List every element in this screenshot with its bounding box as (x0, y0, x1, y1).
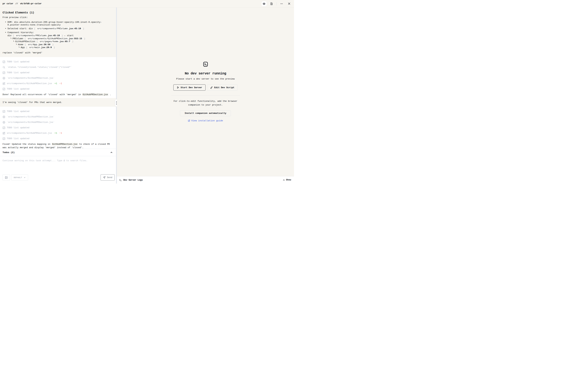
title-bar: pr color//vk/bfd6-pr-color (0, 0, 294, 8)
eye-icon (263, 2, 265, 5)
header-divider (277, 2, 277, 5)
tool-call-row[interactable]: `status.*closed|closed.*status|'closed'|… (3, 65, 113, 70)
assistant-reply: Done! Replaced all occurrences of 'close… (3, 93, 113, 96)
file-path-chip[interactable]: src/components/PRColumn.jsx:45:19 (37, 27, 81, 30)
hierarchy-row: └App ( src/main.jsx:20:9 ) (8, 46, 113, 49)
edit-file-icon (3, 82, 5, 85)
chevron-up-icon (110, 151, 113, 154)
dom-line: DOM: div.absolute.duration-200.group-hov… (3, 21, 113, 26)
start-dev-server-button[interactable]: Start Dev Server (173, 84, 206, 91)
todo-check-icon (3, 110, 5, 113)
tool-call-row[interactable]: `src/components/GitHubPRSection.jsx` (3, 114, 113, 120)
lines-added: +1 (54, 132, 57, 134)
todo-check-icon (3, 126, 5, 129)
attach-image-button[interactable] (3, 174, 10, 181)
send-icon (103, 176, 105, 179)
variant-select[interactable]: DEFAULT (11, 174, 28, 181)
dev-server-empty-state: No dev server running Please start a dev… (117, 8, 294, 176)
preview-toggle-button[interactable] (261, 1, 267, 6)
component-hierarchy: Component hierarchy: div ( src/component… (3, 31, 113, 49)
terminal-prompt-icon (119, 179, 122, 181)
message-input[interactable] (0, 156, 116, 171)
task-name: pr color (3, 2, 13, 5)
install-companion-button[interactable]: Install companion automatically (180, 110, 231, 116)
todo-check-icon (3, 88, 5, 90)
pencil-icon (210, 86, 213, 89)
todo-check-icon (3, 60, 5, 63)
todos-section-header[interactable]: Todos (2) (0, 149, 116, 156)
user-prompt-text: replace 'closed' with 'merged' (3, 51, 113, 54)
file-path-chip[interactable]: src/components/GitHubPRSection.jsx:553:1… (27, 37, 83, 40)
tool-call-row[interactable]: `src/components/GitHubPRSection.jsx` (3, 75, 113, 81)
clicked-intro: From preview click: (3, 16, 113, 19)
empty-state-title: No dev server running (185, 72, 226, 75)
search-icon (3, 66, 5, 69)
dev-server-buttons: Start Dev Server Edit Dev Script (173, 84, 238, 91)
drag-dot (116, 104, 117, 105)
more-options-button[interactable] (279, 1, 284, 6)
hierarchy-row: └GitHubPRSection ( src/pages/home.jsx:65… (8, 40, 113, 43)
hierarchy-row: └PRColumn ( src/components/GitHubPRSecti… (8, 37, 113, 40)
image-icon (5, 176, 8, 179)
installation-guide-link[interactable]: View installation guide (188, 119, 223, 122)
file-name-chip[interactable]: GitHubPRSection.jsx (82, 93, 108, 96)
logs-title: Dev Server Logs (119, 179, 143, 181)
ellipsis-icon (280, 2, 283, 5)
section-divider (171, 95, 240, 96)
tool-call-row[interactable]: TODO list updated (3, 125, 113, 131)
tool-call-row[interactable]: src/components/GitHubPRSection.jsx +1 −1 (3, 131, 113, 136)
file-name-chip[interactable]: GitHubPRSection.jsx (52, 143, 78, 145)
chevron-up-icon (283, 179, 285, 181)
selected-start-line: Selected start: div ( src/components/PRC… (3, 27, 113, 30)
show-logs-button[interactable]: Show (283, 179, 291, 181)
composer: DEFAULT Send (0, 156, 116, 184)
hierarchy-row: └Home ( src/App.jsx:36:50 ) (8, 43, 113, 46)
tool-call-row[interactable]: TODO list updated (3, 136, 113, 141)
tool-call-row[interactable]: src/components/GitHubPRSection.jsx +1 −1 (3, 81, 113, 86)
drag-dot (116, 101, 117, 102)
companion-help-text: For click-to-edit functionality, add the… (168, 100, 243, 107)
header-actions (261, 1, 292, 6)
view-file-icon (3, 121, 5, 124)
view-file-icon (3, 116, 5, 118)
preview-panel: No dev server running Please start a dev… (117, 8, 294, 184)
file-path-chip[interactable]: src/App.jsx:36:50 (27, 43, 51, 46)
chat-panel: Clicked Elements (1) From preview click:… (0, 8, 116, 184)
assistant-turn-1: TODO list updated `status.*closed|closed… (0, 57, 116, 98)
empty-state-subtitle: Please start a dev server to see the pre… (176, 78, 235, 80)
file-path-chip[interactable]: src/pages/home.jsx:65:7 (39, 40, 71, 43)
todo-check-icon (3, 137, 5, 140)
drag-dot (116, 103, 117, 103)
main-split: Clicked Elements (1) From preview click:… (0, 8, 294, 184)
user-message-clicked-elements: Clicked Elements (1) From preview click:… (0, 8, 116, 57)
edit-dev-script-button[interactable]: Edit Dev Script (207, 84, 238, 91)
terminal-icon (203, 62, 208, 67)
app-window: pr color//vk/bfd6-pr-color (0, 0, 294, 184)
file-path-chip[interactable]: src/components/PRColumn.jsx:45:19 (16, 34, 60, 37)
tool-call-row[interactable]: TODO list updated (3, 109, 113, 114)
tool-call-row[interactable]: TODO list updated (3, 86, 113, 92)
send-label: Send (107, 176, 112, 179)
play-icon (177, 86, 179, 89)
close-icon (288, 2, 290, 5)
hierarchy-tree: div ( src/components/PRColumn.jsx:45:19 … (8, 34, 113, 49)
tool-call-row[interactable]: TODO list updated (3, 59, 113, 65)
tool-call-row[interactable]: `src/components/GitHubPRSection.jsx` (3, 120, 113, 125)
clicked-elements-heading: Clicked Elements (1) (3, 11, 113, 14)
chevron-down-icon (24, 176, 26, 179)
file-diff-icon (270, 2, 273, 5)
user-message-2: I'm seeing 'closed' for PRs that were me… (0, 98, 116, 107)
send-button[interactable]: Send (101, 174, 115, 181)
task-title: pr color//vk/bfd6-pr-color (3, 2, 42, 5)
assistant-reply: Fixed! Updated the status mapping in Git… (3, 142, 113, 149)
dev-server-logs-bar: Dev Server Logs Show (117, 176, 294, 184)
conversation[interactable]: Clicked Elements (1) From preview click:… (0, 8, 116, 149)
close-button[interactable] (286, 1, 292, 6)
lines-removed: −1 (59, 82, 62, 85)
tool-call-row[interactable]: TODO list updated (3, 70, 113, 75)
diff-view-button[interactable] (269, 1, 274, 6)
file-path-chip[interactable]: src/main.jsx:20:9 (29, 46, 52, 49)
hierarchy-row: div ( src/components/PRColumn.jsx:45:19 … (8, 34, 113, 37)
external-link-icon (188, 120, 190, 122)
variant-label: DEFAULT (14, 176, 22, 179)
